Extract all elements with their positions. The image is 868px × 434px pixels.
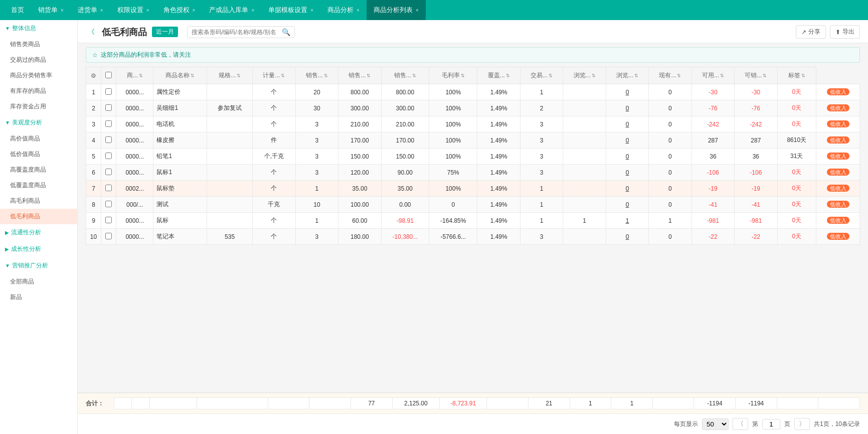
sidebar-item-high-coverage[interactable]: 高覆盖度商品: [0, 162, 77, 178]
row-name[interactable]: 属性定价: [153, 84, 207, 100]
row-name[interactable]: 橡皮擦: [153, 132, 207, 149]
row-name[interactable]: 吴细细1: [153, 100, 207, 116]
notice-text: 这部分商品的利润非常低，请关注: [101, 51, 191, 59]
row-sales: -10,380...: [381, 229, 429, 245]
row-view1[interactable]: 0: [606, 197, 648, 213]
row-view1[interactable]: 0: [606, 100, 648, 116]
nav-close-icon[interactable]: ×: [146, 8, 149, 13]
expand-arrow-icon: ▶: [5, 246, 9, 252]
nav-role-auth[interactable]: 角色授权 ×: [156, 0, 203, 20]
row-unit: 个: [253, 84, 295, 100]
row-checkbox[interactable]: [105, 217, 112, 223]
sidebar-item-low-coverage[interactable]: 低覆盖度商品: [0, 178, 77, 193]
row-checkbox[interactable]: [105, 104, 112, 111]
sidebar-item-category-rate[interactable]: 商品分类销售率: [0, 68, 77, 83]
row-view1[interactable]: 0: [606, 84, 648, 100]
sidebar-item-high-value[interactable]: 高价值商品: [0, 131, 77, 147]
row-name[interactable]: 测试: [153, 197, 207, 213]
nav-product-analysis[interactable]: 商品分析 ×: [320, 0, 367, 20]
per-page-select[interactable]: 50 100 200: [702, 418, 729, 430]
row-unit: 个: [253, 116, 295, 132]
sidebar-section-circulation[interactable]: ▶ 流通性分析: [0, 224, 77, 241]
row-view1[interactable]: 0: [606, 181, 648, 197]
nav-close-icon[interactable]: ×: [61, 8, 64, 13]
row-name[interactable]: 笔记本: [153, 229, 207, 245]
row-checkbox-cell[interactable]: [101, 213, 116, 229]
row-gross-rate: 1.49%: [477, 132, 520, 149]
nav-home[interactable]: 首页: [4, 0, 31, 20]
nav-template-settings[interactable]: 单据模板设置 ×: [261, 0, 320, 20]
nav-sales-order[interactable]: 销货单 ×: [31, 0, 71, 20]
row-name[interactable]: 电话机: [153, 116, 207, 132]
row-checkbox[interactable]: [105, 169, 112, 175]
row-checkbox-cell[interactable]: [101, 116, 116, 132]
row-view1[interactable]: 0: [606, 165, 648, 181]
row-unit: 件: [253, 132, 295, 149]
sidebar-item-high-gross[interactable]: 高毛利商品: [0, 193, 77, 209]
row-checkbox-cell[interactable]: [101, 165, 116, 181]
row-name[interactable]: 铅笔1: [153, 149, 207, 165]
row-coverage: 3: [520, 132, 563, 149]
row-checkbox[interactable]: [105, 120, 112, 127]
sidebar-item-in-stock[interactable]: 有库存的商品: [0, 83, 77, 99]
search-icon[interactable]: 🔍: [282, 28, 290, 36]
next-page-button[interactable]: 〉: [794, 418, 810, 430]
nav-close-icon[interactable]: ×: [310, 8, 313, 13]
row-view1[interactable]: 0: [606, 229, 648, 245]
time-range-button[interactable]: 近一月: [152, 27, 178, 37]
sidebar-item-capital[interactable]: 库存资金占用: [0, 99, 77, 114]
export-button[interactable]: ⬆ 导出: [830, 25, 860, 39]
sidebar-item-sales-goods[interactable]: 销售类商品: [0, 37, 77, 52]
row-name[interactable]: 鼠标: [153, 213, 207, 229]
sidebar-section-growth[interactable]: ▶ 成长性分析: [0, 241, 77, 257]
select-all-checkbox[interactable]: [105, 72, 112, 78]
row-name[interactable]: 鼠标1: [153, 165, 207, 181]
row-checkbox[interactable]: [105, 88, 112, 95]
sidebar-section-marketing[interactable]: ▼ 营销推广分析: [0, 257, 77, 274]
nav-close-icon[interactable]: ×: [357, 8, 360, 13]
row-checkbox[interactable]: [105, 201, 112, 207]
row-view1[interactable]: 0: [606, 149, 648, 165]
row-tag: 低收入: [816, 84, 860, 100]
row-checkbox-cell[interactable]: [101, 100, 116, 116]
page-number-input[interactable]: [762, 419, 780, 429]
nav-close-icon[interactable]: ×: [100, 8, 103, 13]
row-name[interactable]: 鼠标垫: [153, 181, 207, 197]
sidebar-item-low-value[interactable]: 低价值商品: [0, 147, 77, 162]
nav-permission[interactable]: 权限设置 ×: [110, 0, 156, 20]
row-checkbox-cell[interactable]: [101, 197, 116, 213]
row-checkbox[interactable]: [105, 233, 112, 239]
row-sellable: 0天: [777, 181, 816, 197]
top-navigation: 首页 销货单 × 进货单 × 权限设置 × 角色授权 × 产成品入库单 × 单据…: [0, 0, 868, 20]
prev-page-button[interactable]: 〈: [733, 418, 748, 430]
sidebar-section-beauty[interactable]: ▼ 美观度分析: [0, 114, 77, 131]
row-checkbox-cell[interactable]: [101, 132, 116, 149]
row-checkbox-cell[interactable]: [101, 181, 116, 197]
sidebar-collapse-button[interactable]: 《: [86, 26, 97, 39]
search-input[interactable]: [192, 29, 282, 36]
row-checkbox-cell[interactable]: [101, 84, 116, 100]
nav-close-icon[interactable]: ×: [416, 8, 419, 13]
sidebar-item-all-goods[interactable]: 全部商品: [0, 274, 77, 290]
row-checkbox[interactable]: [105, 153, 112, 159]
nav-close-icon[interactable]: ×: [193, 8, 196, 13]
row-view1[interactable]: 1: [606, 213, 648, 229]
nav-product-inbound[interactable]: 产成品入库单 ×: [202, 0, 261, 20]
nav-product-analysis-list[interactable]: 商品分析列表 ×: [367, 0, 426, 20]
sidebar-item-traded-goods[interactable]: 交易过的商品: [0, 52, 77, 68]
row-checkbox-cell[interactable]: [101, 229, 116, 245]
row-trade: [563, 149, 606, 165]
sidebar-section-overall[interactable]: ▼ 整体信息: [0, 20, 77, 37]
row-checkbox[interactable]: [105, 136, 112, 143]
row-view1[interactable]: 0: [606, 132, 648, 149]
row-view1[interactable]: 0: [606, 116, 648, 132]
nav-close-icon[interactable]: ×: [251, 8, 254, 13]
row-checkbox-cell[interactable]: [101, 149, 116, 165]
row-code: 0000...: [116, 149, 153, 165]
row-checkbox[interactable]: [105, 185, 112, 191]
sidebar-item-low-gross[interactable]: 低毛利商品: [0, 209, 77, 224]
share-button[interactable]: ↗ 分享: [796, 25, 826, 39]
sidebar-item-new-goods[interactable]: 新品: [0, 290, 77, 305]
nav-purchase-order[interactable]: 进货单 ×: [71, 0, 110, 20]
settings-icon[interactable]: ⚙: [91, 72, 96, 79]
